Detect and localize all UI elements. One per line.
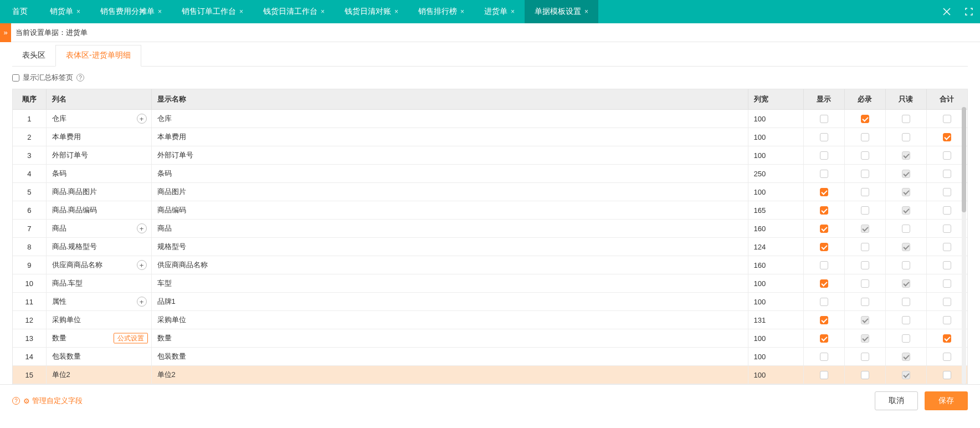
save-button[interactable]: 保存 [925, 391, 968, 410]
checkbox[interactable] [861, 151, 869, 160]
close-tab-icon[interactable]: × [158, 8, 162, 16]
checkbox[interactable] [943, 279, 951, 288]
checkbox[interactable] [820, 225, 828, 233]
manage-custom-fields-link[interactable]: 管理自定义字段 [32, 396, 83, 406]
scrollbar-thumb[interactable] [962, 107, 966, 212]
checkbox[interactable] [820, 261, 828, 269]
table-row[interactable]: 4条码条码250 [13, 165, 967, 183]
checkbox[interactable] [861, 261, 869, 269]
checkbox[interactable] [820, 206, 828, 215]
cell-width[interactable]: 165 [748, 201, 803, 220]
close-all-tabs-button[interactable] [936, 0, 958, 23]
checkbox[interactable] [820, 170, 828, 178]
checkbox[interactable] [820, 279, 828, 288]
cancel-button[interactable]: 取消 [875, 391, 918, 410]
cell-display-name[interactable]: 数量 [151, 329, 748, 348]
close-tab-icon[interactable]: × [511, 8, 515, 16]
top-tab[interactable]: 首页 [0, 0, 40, 23]
add-sub-column-button[interactable]: + [137, 260, 147, 270]
cell-display-name[interactable]: 商品图片 [151, 183, 748, 201]
table-row[interactable]: 15单位2单位2100 [13, 366, 967, 384]
top-tab[interactable]: 销售排行榜× [408, 0, 474, 23]
cell-display-name[interactable]: 单位2 [151, 366, 748, 384]
top-tab[interactable]: 销货单× [40, 0, 90, 23]
table-row[interactable]: 6商品.商品编码商品编码165 [13, 201, 967, 220]
formula-settings-button[interactable]: 公式设置 [114, 333, 148, 344]
checkbox[interactable] [861, 353, 869, 361]
checkbox[interactable] [943, 334, 951, 343]
checkbox[interactable] [943, 261, 951, 269]
checkbox[interactable] [902, 133, 910, 141]
checkbox[interactable] [943, 225, 951, 233]
checkbox[interactable] [902, 225, 910, 233]
close-tab-icon[interactable]: × [584, 8, 588, 16]
cell-display-name[interactable]: 商品 [151, 220, 748, 238]
checkbox[interactable] [943, 206, 951, 215]
cell-display-name[interactable]: 车型 [151, 274, 748, 293]
checkbox[interactable] [943, 151, 951, 160]
cell-display-name[interactable]: 商品编码 [151, 201, 748, 220]
checkbox[interactable] [943, 371, 951, 379]
close-tab-icon[interactable]: × [76, 8, 80, 16]
cell-width[interactable]: 100 [748, 110, 803, 128]
table-row[interactable]: 14包装数量包装数量100 [13, 348, 967, 366]
help-icon[interactable]: ? [76, 74, 84, 81]
checkbox[interactable] [861, 133, 869, 141]
checkbox[interactable] [820, 371, 828, 379]
checkbox[interactable] [943, 243, 951, 251]
section-subtab[interactable]: 表头区 [12, 44, 55, 66]
checkbox[interactable] [943, 316, 951, 324]
table-row[interactable]: 10商品.车型车型100 [13, 274, 967, 293]
close-tab-icon[interactable]: × [394, 8, 398, 16]
cell-width[interactable]: 100 [748, 366, 803, 384]
checkbox[interactable] [820, 151, 828, 160]
table-row[interactable]: 3外部订单号外部订单号100 [13, 146, 967, 165]
cell-width[interactable]: 250 [748, 165, 803, 183]
cell-width[interactable]: 100 [748, 274, 803, 293]
checkbox[interactable] [861, 243, 869, 251]
checkbox[interactable] [902, 115, 910, 123]
cell-width[interactable]: 100 [748, 146, 803, 165]
cell-display-name[interactable]: 包装数量 [151, 348, 748, 366]
checkbox[interactable] [820, 243, 828, 251]
checkbox[interactable] [820, 188, 828, 196]
top-tab[interactable]: 销售订单工作台× [172, 0, 253, 23]
cell-width[interactable]: 100 [748, 128, 803, 146]
footer-help-icon[interactable]: ? [12, 397, 20, 405]
checkbox[interactable] [861, 279, 869, 288]
top-tab[interactable]: 单据模板设置× [525, 0, 598, 23]
table-row[interactable]: 1仓库+仓库100 [13, 110, 967, 128]
top-tab[interactable]: 钱货日清对账× [335, 0, 408, 23]
table-row[interactable]: 5商品.商品图片商品图片100 [13, 183, 967, 201]
table-row[interactable]: 12采购单位采购单位131 [13, 311, 967, 329]
table-row[interactable]: 13数量公式设置数量100 [13, 329, 967, 348]
fullscreen-button[interactable] [958, 0, 980, 23]
checkbox[interactable] [943, 298, 951, 306]
cell-width[interactable]: 100 [748, 293, 803, 311]
expand-sidebar-icon[interactable]: » [0, 23, 11, 42]
table-row[interactable]: 9供应商商品名称+供应商商品名称160 [13, 256, 967, 274]
checkbox[interactable] [861, 206, 869, 215]
cell-width[interactable]: 100 [748, 329, 803, 348]
checkbox[interactable] [943, 188, 951, 196]
checkbox[interactable] [820, 353, 828, 361]
checkbox[interactable] [902, 316, 910, 324]
cell-display-name[interactable]: 外部订单号 [151, 146, 748, 165]
table-row[interactable]: 11属性+品牌1100 [13, 293, 967, 311]
cell-display-name[interactable]: 仓库 [151, 110, 748, 128]
summary-tab-checkbox[interactable] [12, 74, 19, 81]
checkbox[interactable] [943, 133, 951, 141]
cell-width[interactable]: 100 [748, 183, 803, 201]
cell-display-name[interactable]: 品牌1 [151, 293, 748, 311]
checkbox[interactable] [861, 371, 869, 379]
cell-width[interactable]: 131 [748, 311, 803, 329]
top-tab[interactable]: 进货单× [474, 0, 525, 23]
checkbox[interactable] [820, 133, 828, 141]
checkbox[interactable] [902, 261, 910, 269]
checkbox[interactable] [861, 298, 869, 306]
cell-width[interactable]: 160 [748, 256, 803, 274]
checkbox[interactable] [820, 316, 828, 324]
add-sub-column-button[interactable]: + [137, 114, 147, 124]
checkbox[interactable] [902, 334, 910, 343]
cell-display-name[interactable]: 条码 [151, 165, 748, 183]
